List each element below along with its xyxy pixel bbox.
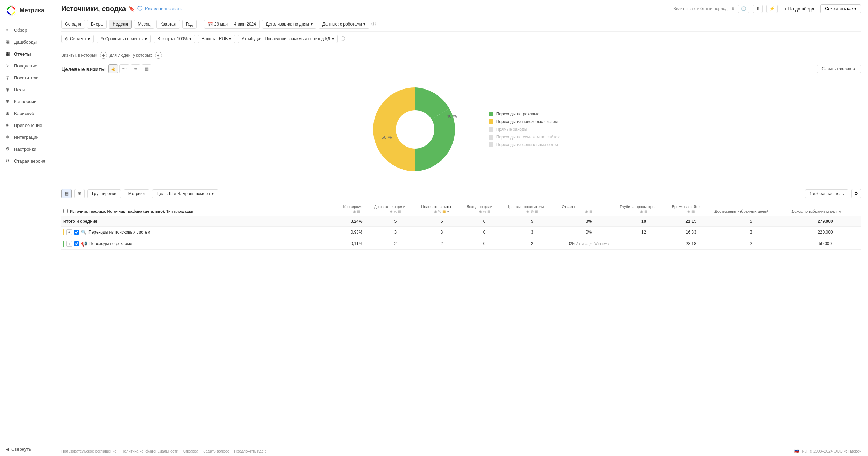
th-dimension: Источник трафика, Источник трафика (дета… [61,202,341,216]
bar-icon-d[interactable]: ▦ [644,209,647,213]
pie-icon-ga[interactable]: ◉ [390,209,393,213]
bar-icon-tv[interactable]: ▦ [442,209,446,213]
ask-link[interactable]: Задать вопрос [203,449,229,453]
td-search-conversion: 0,93% [341,227,372,238]
detail-button[interactable]: Детализация: по дням ▾ [262,20,316,29]
period-yesterday[interactable]: Вчера [87,20,107,29]
chart-type-line[interactable]: 〜 [119,64,129,73]
chart-legend: Переходы по рекламе Переходы из поисковы… [489,112,560,147]
how-to-use-link[interactable]: Как использовать [145,6,182,12]
pct-icon-ga[interactable]: % [394,209,397,213]
chart-type-bar[interactable]: ▦ [142,64,151,73]
th-conversion[interactable]: Конверсия ◉ ▦ [341,202,372,216]
pie-icon-tv[interactable]: ◉ [434,209,437,213]
add-people-filter-button[interactable]: + [155,52,162,59]
th-bounces[interactable]: Отказы ◉ ▦ [560,202,618,216]
legend-color-social [489,142,493,147]
th-fav-goals-label: Достижения избранных целей [714,209,788,213]
period-year[interactable]: Год [182,20,197,29]
bar-icon-ga[interactable]: ▦ [398,209,401,213]
period-today[interactable]: Сегодня [61,20,85,29]
sidebar-item-integrations[interactable]: ⊛ Интеграции [0,131,54,143]
pie-icon-gr[interactable]: ◉ [479,209,482,213]
compare-segments-button[interactable]: ⊕ Сравнить сегменты ▾ [97,35,151,43]
table-settings-button[interactable]: ⚙ [851,189,861,198]
add-visit-filter-button[interactable]: + [100,52,107,59]
pie-icon-conversion[interactable]: ◉ [353,209,356,213]
attribution-button[interactable]: Атрибуция: Последний значимый переход КД… [238,35,337,43]
sidebar-item-overview[interactable]: ○ Обзор [0,24,54,36]
suggest-link[interactable]: Предложить идею [234,449,266,453]
add-dashboard-button[interactable]: + На дашборд [781,5,817,13]
expand-ads-button[interactable]: + [66,241,72,247]
hide-chart-button[interactable]: Скрыть график ▲ [817,65,861,73]
th-target-visits[interactable]: Целевые визиты ◉ % ▦ ▼ [419,202,464,216]
integrations-icon: ⊛ [6,134,11,140]
metrics-button[interactable]: Метрики [124,189,149,198]
compare-button[interactable]: ⚡ [766,5,778,13]
sidebar-item-attraction[interactable]: ◈ Привлечение [0,119,54,131]
sidebar-item-behavior[interactable]: ▷ Поведение [0,60,54,72]
history-button[interactable]: 🕐 [738,5,749,13]
date-range-button[interactable]: 📅 29 мая — 4 июн 2024 [204,20,260,29]
expand-search-button[interactable]: + [66,229,72,235]
th-target-visitors[interactable]: Целевые посетители ◉ % ▦ [504,202,560,216]
user-agreement-link[interactable]: Пользовательское соглашение [61,449,116,453]
sidebar-item-settings[interactable]: ⚙ Настройки [0,143,54,155]
period-week[interactable]: Неделя [109,20,132,29]
help-link[interactable]: Справка [183,449,198,453]
save-as-button[interactable]: Сохранить как ▾ [820,4,861,13]
bar-icon-t[interactable]: ▦ [691,209,695,213]
sidebar-item-visitors[interactable]: ◎ Посетители [0,72,54,84]
export-button[interactable]: ⬆ [753,5,763,13]
pct-icon-gr[interactable]: % [483,209,486,213]
groupings-button[interactable]: Группировки [87,189,121,198]
th-goal-achieve[interactable]: Достижения цели ◉ % ▦ [372,202,419,216]
selected-goal-button[interactable]: 1 избранная цель [805,189,848,198]
period-month[interactable]: Месяц [134,20,154,29]
th-depth[interactable]: Глубина просмотра ◉ ▦ [618,202,669,216]
select-all-checkbox[interactable] [63,209,68,213]
sidebar-item-variocube[interactable]: ⊞ Вариокуб [0,107,54,119]
privacy-link[interactable]: Политика конфиденциальности [121,449,178,453]
td-search-fav-goals: 3 [712,227,790,238]
chart-type-area[interactable]: ≋ [131,64,140,73]
td-ads-fav-goals: 2 [712,238,790,250]
table-view-button[interactable]: ▦ [61,189,72,198]
period-quarter[interactable]: Квартал [156,20,180,29]
table-view-alt-button[interactable]: ⊞ [74,189,85,198]
donut-chart: 60 % 40 % [363,77,468,182]
th-goal-revenue[interactable]: Доход по цели ◉ % ▦ [464,202,504,216]
pct-icon-tv[interactable]: % [438,209,441,213]
sidebar-item-dashboards[interactable]: ▦ Дашборды [0,36,54,48]
pct-icon-tvs[interactable]: % [531,209,534,213]
sidebar-item-old-version[interactable]: ↺ Старая версия [0,155,54,167]
chart-type-donut[interactable]: ◉ [108,64,118,73]
bar-icon-conversion[interactable]: ▦ [357,209,360,213]
legend-color-ads [489,112,493,116]
currency-button[interactable]: Валюта: RUB ▾ [198,35,235,43]
bar-icon-tvs[interactable]: ▦ [535,209,538,213]
pie-icon-t[interactable]: ◉ [687,209,690,213]
pie-icon-d[interactable]: ◉ [640,209,643,213]
segment-button[interactable]: ⊙ Сегмент ▾ [61,35,94,43]
bar-icon-b[interactable]: ▦ [589,209,592,213]
selection-button[interactable]: Выборка: 100% ▾ [154,35,195,43]
ads-row-checkbox[interactable] [74,241,79,246]
ads-icon: 📢 [81,241,87,247]
chart-area: 60 % 40 % Переходы по рекламе Переходы и… [61,77,861,182]
search-row-checkbox[interactable] [74,230,79,235]
data-button[interactable]: Данные: с роботами ▾ [319,20,369,29]
pie-icon-tvs[interactable]: ◉ [526,209,529,213]
sidebar-item-reports[interactable]: ▦ Отчеты [0,48,54,60]
pie-icon-b[interactable]: ◉ [585,209,588,213]
sidebar-item-conversions[interactable]: ⊕ Конверсии [0,95,54,107]
th-fav-revenue[interactable]: Доход по избранным целям [790,202,861,216]
th-fav-goals[interactable]: Достижения избранных целей [712,202,790,216]
info-icon[interactable]: ⓘ [137,6,142,12]
collapse-button[interactable]: ◀ Свернуть [0,442,54,456]
sidebar-item-goals[interactable]: ◉ Цели [0,84,54,95]
th-time-on-site[interactable]: Время на сайте ◉ ▦ [670,202,713,216]
bar-icon-gr[interactable]: ▦ [487,209,490,213]
goal-button[interactable]: Цель: Шаг 4. Бронь номера ▾ [152,189,218,198]
